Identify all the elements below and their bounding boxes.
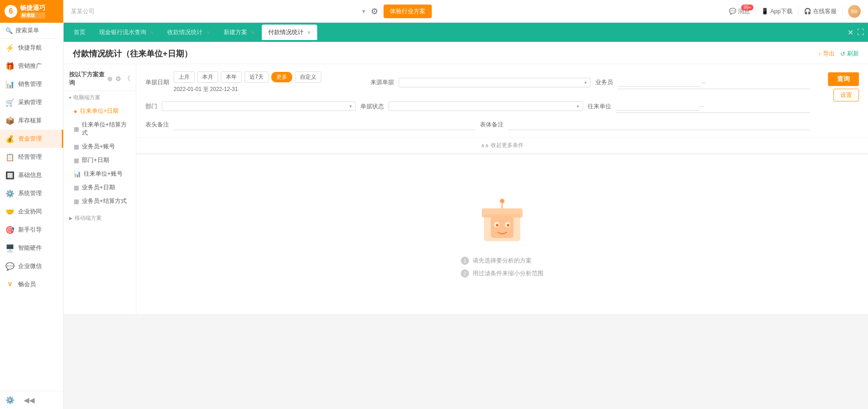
tab-cashflow-close[interactable]: ✕	[150, 30, 154, 35]
scheme-item-icon-0: ●	[74, 108, 77, 115]
sidebar: 6 畅捷通巧 标准版 🔍 搜索菜单 ⚡ 快捷导航 🎁 营销推广 📊 销售管理 🛒…	[0, 0, 64, 409]
download-icon: 📱	[761, 8, 768, 15]
search-menu[interactable]: 🔍 搜索菜单	[0, 23, 63, 39]
divider1	[755, 7, 756, 16]
sidebar-item-quicknav[interactable]: ⚡ 快捷导航	[0, 39, 63, 57]
marketing-label: 营销推广	[18, 62, 42, 70]
partner-dots: ...	[699, 102, 704, 108]
partner-input[interactable]: ...	[616, 100, 810, 113]
tab-payment-stat-close[interactable]: ✕	[206, 30, 210, 35]
date-btn-this-year[interactable]: 本年	[221, 71, 242, 83]
tab-payment-stat[interactable]: 收款情况统计 ✕	[161, 25, 216, 40]
main-area: 某某公司 ▾ ⚙ 体验行业方案 💬 消息 99+ 📱 App下载 🎧 在线客服 …	[64, 0, 868, 409]
scheme-item-partner-settlement[interactable]: ▦ 往来单位+结算方式	[64, 118, 136, 140]
empty-illustration	[475, 191, 529, 246]
svg-point-6	[507, 224, 509, 227]
logo-text: 畅捷通巧 标准版	[20, 4, 45, 19]
app-download-btn[interactable]: 📱 App下载	[761, 7, 793, 15]
marketing-icon: 🎁	[5, 61, 15, 71]
scheme-collapse-icon[interactable]: 《	[124, 75, 130, 83]
scheme-section-pc[interactable]: ▾ 电脑端方案	[64, 91, 136, 104]
tab-expand-icon[interactable]: ⛶	[857, 28, 864, 36]
tab-cashflow[interactable]: 现金银行流水查询 ✕	[93, 25, 160, 40]
scheme-item-salesperson-account[interactable]: ▦ 业务员+账号	[64, 140, 136, 153]
dropdown-arrow-icon[interactable]: ▾	[362, 8, 365, 15]
date-btn-this-month[interactable]: 本月	[197, 71, 218, 83]
dept-select[interactable]: ▾	[162, 101, 356, 111]
mobile-section-label: 移动端方案	[75, 214, 102, 222]
body-note-field[interactable]	[508, 119, 810, 130]
collapse-icon[interactable]: ◀◀	[24, 396, 35, 404]
sidebar-item-operation[interactable]: 📋 经营管理	[0, 148, 63, 166]
operation-icon: 📋	[5, 152, 15, 162]
member-label: 畅会员	[18, 280, 36, 288]
dept-label: 部门	[145, 102, 157, 111]
date-btn-custom[interactable]: 自定义	[295, 71, 321, 83]
scheme-item-salesperson-date[interactable]: ▦ 业务员+日期	[64, 181, 136, 194]
scheme-item-partner-date[interactable]: ● 往来单位+日期	[64, 104, 136, 118]
source-select[interactable]: ▾	[399, 78, 591, 87]
refresh-btn[interactable]: ↺ 刷新	[840, 50, 859, 58]
header-note-field[interactable]	[174, 119, 475, 130]
scheme-item-dept-date[interactable]: ▦ 部门+日期	[64, 153, 136, 167]
sidebar-item-marketing[interactable]: 🎁 营销推广	[0, 57, 63, 75]
doc-status-select[interactable]: ▾	[389, 101, 583, 111]
query-btn[interactable]: 查询	[828, 72, 859, 86]
sidebar-item-inventory[interactable]: 📦 库存核算	[0, 111, 63, 130]
filter-top-row: 单据日期 上月 本月 本年 近7天 更多 自定义 2022-01-01 至 20…	[136, 64, 868, 137]
date-btn-7days[interactable]: 近7天	[244, 71, 269, 83]
date-btn-more[interactable]: 更多	[271, 72, 292, 82]
scheme-item-icon-2: ▦	[74, 143, 79, 150]
divider3	[842, 7, 843, 16]
sidebar-item-guide[interactable]: 🎯 新手引导	[0, 221, 63, 239]
online-service-btn[interactable]: 🎧 在线客服	[804, 7, 837, 15]
scheme-item-partner-account[interactable]: 📊 往来单位+账号	[64, 167, 136, 181]
scheme-section-mobile[interactable]: ▶ 移动端方案	[64, 212, 136, 225]
sidebar-item-basic[interactable]: 🔲 基础信息	[0, 166, 63, 184]
svg-point-8	[500, 199, 504, 203]
filter-fields: 单据日期 上月 本月 本年 近7天 更多 自定义 2022-01-01 至 20…	[145, 71, 810, 137]
scheme-settings-icon[interactable]: ⚙	[115, 75, 121, 82]
service-label: 在线客服	[813, 7, 837, 15]
basic-label: 基础信息	[18, 171, 42, 179]
tab-pay-stat-close[interactable]: ✕	[307, 30, 311, 35]
settings-icon[interactable]: ⚙️	[5, 396, 15, 404]
collapse-btn[interactable]: ∧∧ 收起更多条件	[481, 141, 524, 149]
salesperson-field[interactable]	[618, 76, 701, 87]
tab-pay-stat[interactable]: 付款情况统计 ✕	[262, 25, 317, 40]
sidebar-item-member[interactable]: V 畅会员	[0, 275, 63, 293]
salesperson-input[interactable]: ...	[618, 76, 810, 89]
scheme-item-label-6: 业务员+结算方式	[82, 197, 127, 205]
settings-top-icon[interactable]: ⚙	[371, 6, 378, 16]
scheme-item-salesperson-settlement[interactable]: ▦ 业务员+结算方式	[64, 194, 136, 208]
add-scheme-icon[interactable]: ⊕	[107, 75, 113, 82]
tab-home[interactable]: 首页	[67, 25, 92, 40]
sidebar-item-sales[interactable]: 📊 销售管理	[0, 75, 63, 93]
settings-btn[interactable]: 设置	[833, 89, 859, 101]
partner-field[interactable]	[616, 100, 699, 111]
purchase-icon: 🛒	[5, 98, 15, 107]
sidebar-item-purchase[interactable]: 🛒 采购管理	[0, 93, 63, 111]
inventory-label: 库存核算	[18, 116, 42, 125]
tab-new-scheme-close[interactable]: ✕	[251, 30, 254, 35]
tab-cashflow-label: 现金银行流水查询	[99, 28, 146, 36]
sidebar-item-wechat[interactable]: 💬 企业微信	[0, 257, 63, 275]
scheme-item-label-4: 往来单位+账号	[84, 170, 123, 178]
header-note-label: 表头备注	[145, 121, 169, 129]
tab-close-all-icon[interactable]: ✕	[848, 28, 853, 37]
message-btn[interactable]: 💬 消息 99+	[729, 7, 750, 15]
industry-btn[interactable]: 体验行业方案	[384, 5, 432, 18]
page-title: 付款情况统计（往来单位+日期）	[73, 48, 192, 59]
tab-new-scheme-label: 新建方案	[224, 28, 247, 36]
tab-new-scheme[interactable]: 新建方案 ✕	[217, 25, 261, 40]
sidebar-item-hardware[interactable]: 🖥️ 智能硬件	[0, 239, 63, 257]
date-btn-last-month[interactable]: 上月	[174, 71, 195, 83]
sidebar-item-fund[interactable]: 💰 资金管理	[0, 130, 63, 148]
sidebar-item-system[interactable]: ⚙️ 系统管理	[0, 184, 63, 202]
export-btn[interactable]: ↑ 导出	[818, 50, 835, 58]
sidebar-item-enterprise[interactable]: 🤝 企业协同	[0, 202, 63, 221]
page-header: 付款情况统计（往来单位+日期） ↑ 导出 ↺ 刷新	[64, 42, 868, 64]
source-label: 来源单据	[370, 78, 394, 86]
user-avatar[interactable]: Rit	[848, 5, 861, 18]
app-name: 畅捷通巧	[20, 4, 45, 12]
